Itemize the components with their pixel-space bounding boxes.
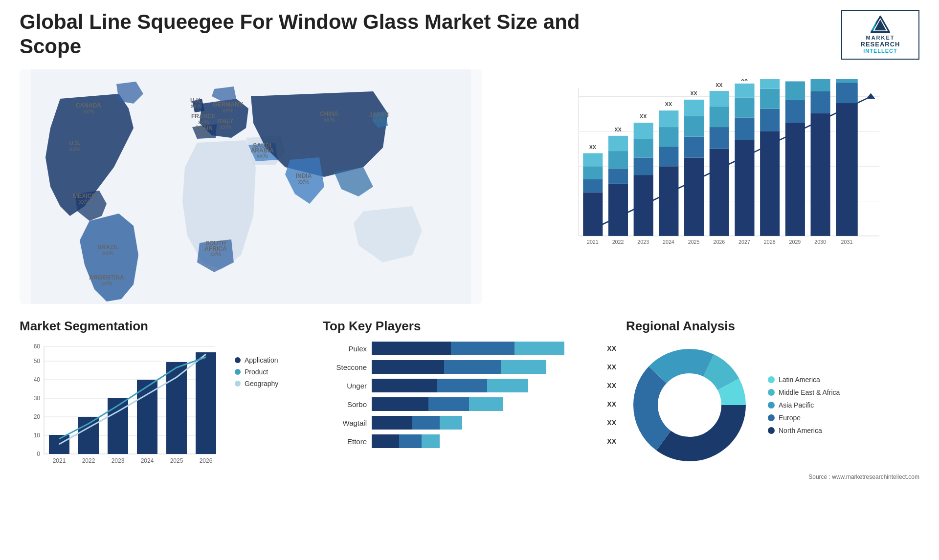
svg-rect-75 bbox=[735, 117, 754, 140]
svg-text:2021: 2021 bbox=[587, 239, 599, 245]
logo-icon bbox=[871, 16, 890, 33]
svg-rect-44 bbox=[583, 193, 603, 236]
svg-rect-90 bbox=[811, 79, 830, 91]
svg-rect-93 bbox=[836, 83, 858, 103]
svg-rect-123 bbox=[78, 417, 99, 454]
svg-rect-70 bbox=[710, 127, 729, 149]
bar-seg1 bbox=[372, 360, 444, 374]
label-middle-east-africa: Middle East & Africa bbox=[779, 388, 840, 396]
svg-text:2021: 2021 bbox=[53, 457, 66, 464]
svg-rect-50 bbox=[608, 169, 628, 184]
svg-text:2024: 2024 bbox=[141, 457, 154, 464]
svg-text:2023: 2023 bbox=[637, 239, 649, 245]
svg-rect-85 bbox=[785, 100, 805, 123]
player-name-wagtail: Wagtail bbox=[323, 419, 367, 427]
player-bar-pulex bbox=[372, 342, 598, 355]
svg-rect-122 bbox=[49, 435, 69, 454]
bar-seg3 bbox=[514, 342, 564, 355]
legend-middle-east-africa: Middle East & Africa bbox=[768, 388, 840, 396]
regional-title: Regional Analysis bbox=[626, 319, 919, 334]
svg-text:2025: 2025 bbox=[170, 457, 183, 464]
svg-text:XX: XX bbox=[741, 79, 748, 82]
bar-chart-svg: XX XX XX XX XX bbox=[531, 79, 910, 280]
label-north-america: North America bbox=[779, 427, 822, 434]
seg-content: 0 10 20 30 40 50 60 bbox=[20, 342, 313, 480]
player-name-unger: Unger bbox=[323, 382, 367, 390]
bar-seg3 bbox=[501, 360, 546, 374]
svg-rect-92 bbox=[836, 103, 858, 236]
seg-chart-wrap: 0 10 20 30 40 50 60 bbox=[20, 342, 225, 480]
svg-text:XX: XX bbox=[690, 90, 697, 96]
donut-legend: Latin America Middle East & Africa Asia … bbox=[768, 376, 840, 434]
svg-text:xx%: xx% bbox=[103, 250, 114, 257]
bar-seg1 bbox=[372, 342, 451, 355]
bar-seg3 bbox=[469, 397, 503, 411]
svg-text:2029: 2029 bbox=[789, 239, 801, 245]
svg-text:XX: XX bbox=[665, 101, 672, 107]
player-bar-wagtail bbox=[372, 416, 598, 430]
legend-geography: Geography bbox=[235, 380, 313, 388]
dot-latin-america bbox=[768, 376, 775, 383]
svg-text:XX: XX bbox=[589, 144, 597, 150]
svg-text:2022: 2022 bbox=[82, 457, 95, 464]
player-name-pulex: Pulex bbox=[323, 345, 367, 353]
legend-asia-pacific: Asia Pacific bbox=[768, 401, 840, 409]
svg-rect-127 bbox=[196, 352, 216, 454]
svg-rect-126 bbox=[166, 362, 187, 454]
player-bar-sorbo bbox=[372, 397, 598, 411]
svg-text:20: 20 bbox=[34, 413, 41, 420]
svg-text:2026: 2026 bbox=[200, 457, 213, 464]
svg-text:xx%: xx% bbox=[220, 124, 231, 130]
svg-rect-74 bbox=[735, 140, 754, 236]
dot-europe bbox=[768, 414, 775, 421]
player-row-steccone: Steccone XX bbox=[323, 360, 616, 374]
svg-text:xx%: xx% bbox=[298, 178, 310, 185]
svg-text:30: 30 bbox=[34, 395, 41, 402]
svg-text:xx%: xx% bbox=[191, 103, 202, 109]
bar-seg1 bbox=[372, 416, 412, 430]
svg-rect-88 bbox=[811, 113, 830, 236]
dot-north-america bbox=[768, 427, 775, 434]
svg-text:xx%: xx% bbox=[83, 108, 94, 115]
bar-seg2 bbox=[437, 379, 487, 392]
svg-text:50: 50 bbox=[34, 358, 41, 365]
player-xx: XX bbox=[607, 419, 616, 427]
svg-text:XX: XX bbox=[640, 113, 647, 119]
svg-text:0: 0 bbox=[37, 451, 40, 457]
svg-rect-57 bbox=[634, 123, 653, 139]
svg-text:XX: XX bbox=[614, 127, 622, 132]
svg-rect-71 bbox=[710, 107, 729, 127]
svg-rect-60 bbox=[659, 147, 678, 166]
legend-europe: Europe bbox=[768, 414, 840, 422]
svg-rect-84 bbox=[785, 123, 805, 236]
map-svg: CANADA xx% U.S. xx% MEXICO xx% BRAZIL xx… bbox=[20, 69, 482, 304]
svg-rect-79 bbox=[760, 131, 780, 236]
page-header: Global Line Squeegee For Window Glass Ma… bbox=[20, 10, 919, 60]
bar-seg3 bbox=[487, 379, 528, 392]
svg-rect-72 bbox=[710, 91, 729, 107]
svg-text:xx%: xx% bbox=[324, 116, 335, 123]
svg-rect-62 bbox=[659, 110, 678, 127]
players-section: Top Key Players Pulex XX Steccone bbox=[323, 319, 616, 480]
svg-marker-43 bbox=[867, 93, 875, 99]
logo-text-intellect: INTELLECT bbox=[863, 48, 897, 54]
svg-rect-47 bbox=[583, 153, 603, 167]
svg-text:60: 60 bbox=[34, 343, 41, 350]
player-row-unger: Unger XX bbox=[323, 379, 616, 392]
bar-seg2 bbox=[444, 360, 501, 374]
svg-rect-86 bbox=[785, 81, 805, 100]
player-bar-unger bbox=[372, 379, 598, 392]
svg-text:40: 40 bbox=[34, 376, 41, 383]
svg-text:xx%: xx% bbox=[223, 107, 234, 114]
svg-rect-59 bbox=[659, 166, 678, 236]
svg-rect-81 bbox=[760, 89, 780, 109]
bar-seg1 bbox=[372, 397, 428, 411]
dot-asia-pacific bbox=[768, 402, 775, 409]
bar-seg3 bbox=[440, 416, 462, 430]
svg-text:xx%: xx% bbox=[69, 146, 81, 152]
svg-rect-61 bbox=[659, 127, 678, 147]
svg-rect-67 bbox=[684, 100, 704, 116]
bar-seg3 bbox=[422, 434, 440, 448]
player-xx: XX bbox=[607, 437, 616, 445]
svg-text:xx%: xx% bbox=[101, 280, 112, 287]
